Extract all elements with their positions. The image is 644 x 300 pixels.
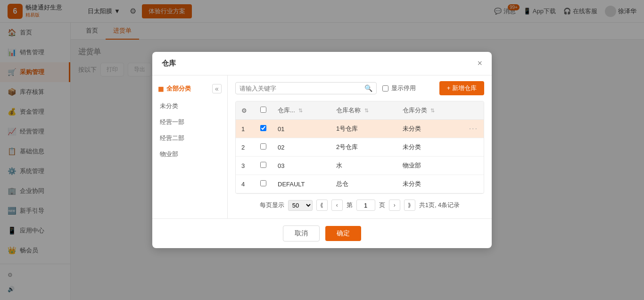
pagination: 每页显示 50 100 ⟪ ‹ 第 页 › ⟫ 共1页, 4条记录 [235,194,484,213]
modal-footer: 取消 确定 [152,218,492,248]
cell-actions: ··· [463,120,484,138]
cell-actions [463,157,484,175]
warehouse-modal: 仓库 × ▦ 全部分类 « 未分类 经营一部 经营二部 物业部 [152,52,492,248]
cell-num: 4 [236,175,255,193]
cell-code: 02 [272,138,330,157]
table-row[interactable]: 1 01 1号仓库 未分类 ··· [236,120,484,138]
next-page-button[interactable]: › [389,200,400,211]
sort-category-icon: ⇅ [430,108,435,113]
cell-category: 未分类 [397,138,463,157]
show-disabled-checkbox-label[interactable]: 显示停用 [382,84,416,92]
search-box: 🔍 [235,82,377,94]
per-page-select[interactable]: 50 100 [288,200,313,211]
modal-search-row: 🔍 显示停用 + 新增仓库 [235,81,484,95]
cell-actions [463,175,484,193]
cell-category: 未分类 [397,120,463,138]
cell-name: 2号仓库 [330,138,397,157]
modal-body: ▦ 全部分类 « 未分类 经营一部 经营二部 物业部 🔍 [152,75,492,218]
category-sidebar: ▦ 全部分类 « 未分类 经营一部 经营二部 物业部 [152,75,228,218]
category-header: ▦ 全部分类 « [152,81,227,98]
table-row[interactable]: 4 DEFAULT 总仓 未分类 [236,175,484,193]
table-row[interactable]: 2 02 2号仓库 未分类 [236,138,484,157]
category-item-ops1[interactable]: 经营一部 [152,114,227,130]
cancel-button[interactable]: 取消 [283,225,320,242]
category-item-ops2[interactable]: 经营二部 [152,130,227,146]
modal-header: 仓库 × [152,52,492,75]
modal-close-button[interactable]: × [477,58,482,68]
search-icon: 🔍 [364,84,372,92]
show-disabled-checkbox[interactable] [382,85,388,92]
cell-num: 1 [236,120,255,138]
cell-num: 2 [236,138,255,157]
first-page-button[interactable]: ⟪ [316,200,328,211]
add-warehouse-button[interactable]: + 新增仓库 [439,81,484,95]
th-category: 仓库分类 ⇅ [397,101,463,120]
confirm-button[interactable]: 确定 [325,226,361,241]
cell-name: 1号仓库 [330,120,397,138]
prev-page-button[interactable]: ‹ [331,200,343,211]
modal-main-content: 🔍 显示停用 + 新增仓库 ⚙ [228,75,492,218]
all-categories-label[interactable]: ▦ 全部分类 [158,84,191,93]
last-page-button[interactable]: ⟫ [404,200,415,211]
cell-category: 未分类 [397,175,463,193]
th-actions [463,101,484,120]
modal-title: 仓库 [162,59,176,68]
sort-code-icon: ⇅ [298,108,303,113]
cell-checkbox[interactable] [255,157,272,175]
page-number-input[interactable] [356,200,375,211]
select-all-checkbox[interactable] [260,107,266,113]
modal-overlay: 仓库 × ▦ 全部分类 « 未分类 经营一部 经营二部 物业部 [0,0,644,300]
cell-name: 水 [330,157,397,175]
th-checkbox [255,101,272,120]
cell-checkbox[interactable] [255,175,272,193]
sort-name-icon: ⇅ [364,108,369,113]
warehouse-table: ⚙ 仓库... ⇅ 仓库名称 ⇅ [235,101,484,194]
cell-checkbox[interactable] [255,120,272,138]
th-settings: ⚙ [236,101,255,120]
cell-code: 03 [272,157,330,175]
search-input[interactable] [239,85,364,92]
cell-code: DEFAULT [272,175,330,193]
cell-num: 3 [236,157,255,175]
category-collapse-button[interactable]: « [212,84,222,93]
table-row[interactable]: 3 03 水 物业部 [236,157,484,175]
cell-category: 物业部 [397,157,463,175]
cell-code: 01 [272,120,330,138]
table-header-row: ⚙ 仓库... ⇅ 仓库名称 ⇅ [236,101,484,120]
category-item-unclassified[interactable]: 未分类 [152,98,227,114]
cell-name: 总仓 [330,175,397,193]
category-item-property[interactable]: 物业部 [152,146,227,162]
th-code: 仓库... ⇅ [272,101,330,120]
grid-icon: ▦ [158,85,164,92]
th-name: 仓库名称 ⇅ [330,101,397,120]
cell-checkbox[interactable] [255,138,272,157]
cell-actions [463,138,484,157]
